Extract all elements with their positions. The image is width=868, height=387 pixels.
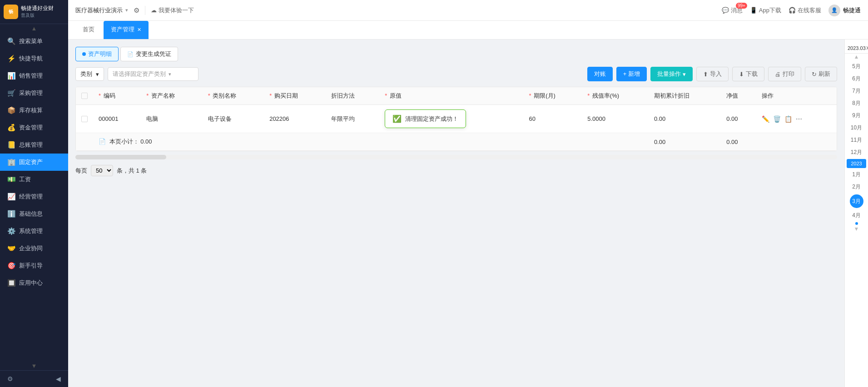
month-item-5[interactable]: 5月 xyxy=(848,61,865,72)
sidebar-item-fixed[interactable]: 🏢 固定资产 xyxy=(0,154,68,171)
per-page-label: 每页 xyxy=(75,167,87,175)
month-item-12[interactable]: 12月 xyxy=(848,147,865,158)
topbar: 医疗器械行业演示 ▾ ⚙ ☁ 我要体验一下 💬 消息 99+ 📱 App下载 🎧… xyxy=(68,0,868,21)
subtab-change-voucher[interactable]: 📄 变更生成凭证 xyxy=(120,47,178,61)
sidebar-label-system: 系统管理 xyxy=(19,227,43,235)
per-page-select[interactable]: 50 xyxy=(91,165,113,176)
sidebar-item-operation[interactable]: 📈 经营管理 xyxy=(0,188,68,205)
header-category: * 类别名称 xyxy=(203,87,264,105)
sidebar-item-quicknav[interactable]: ⚡ 快捷导航 xyxy=(0,50,68,67)
sidebar-item-collab[interactable]: 🤝 企业协同 xyxy=(0,240,68,257)
sidebar-item-sales[interactable]: 📊 销售管理 xyxy=(0,67,68,84)
tab-active-label: 资产管理 xyxy=(111,25,134,34)
sidebar-scroll-up[interactable]: ▲ xyxy=(0,24,68,33)
sidebar-item-search[interactable]: 🔍 搜索菜单 xyxy=(0,33,68,50)
select-all-checkbox[interactable] xyxy=(81,93,88,99)
collab-icon: 🤝 xyxy=(7,244,15,253)
reconcile-button[interactable]: 对账 xyxy=(587,67,613,81)
month-item-7[interactable]: 7月 xyxy=(848,85,865,97)
system-icon: ⚙️ xyxy=(7,227,15,235)
online-service-btn[interactable]: 🎧 在线客服 xyxy=(789,6,821,15)
subtab-asset-detail[interactable]: 资产明细 xyxy=(75,47,119,61)
sidebar-item-basic[interactable]: ℹ️ 基础信息 xyxy=(0,205,68,223)
new-label: + 新增 xyxy=(623,70,640,78)
row-initial-accum: 0.00 xyxy=(649,105,721,133)
sidebar-item-ledger[interactable]: 📒 总账管理 xyxy=(0,136,68,154)
month-item-9[interactable]: 9月 xyxy=(848,110,865,121)
print-button[interactable]: 🖨 打印 xyxy=(768,67,801,81)
month-item-11[interactable]: 11月 xyxy=(848,134,865,146)
month-item-8[interactable]: 8月 xyxy=(848,98,865,109)
tab-home[interactable]: 首页 xyxy=(75,21,102,39)
header-depreciation-label: 折旧方法 xyxy=(331,92,355,99)
export-button[interactable]: ⬆ 导入 xyxy=(696,67,729,81)
row-depreciation: 年限平均 xyxy=(326,105,380,133)
header-net-value-label: 净值 xyxy=(726,92,738,99)
subtotal-actions xyxy=(756,133,837,151)
category-placeholder: 请选择固定资产类别 xyxy=(113,70,166,78)
copy-icon[interactable]: 📋 xyxy=(784,115,792,123)
category-input[interactable]: 请选择固定资产类别 ▾ xyxy=(108,67,198,81)
company-selector[interactable]: 医疗器械行业演示 ▾ xyxy=(75,6,128,15)
topbar-settings-icon[interactable]: ⚙ xyxy=(134,6,139,15)
tab-close-icon[interactable]: ✕ xyxy=(137,27,141,33)
new-button[interactable]: + 新增 xyxy=(616,67,647,81)
service-label: 在线客服 xyxy=(798,6,821,15)
more-icon[interactable]: ⋯ xyxy=(796,115,802,123)
page-content: 资产明细 📄 变更生成凭证 类别 ▾ 请选择固定资产类别 ▾ xyxy=(68,40,844,387)
user-menu[interactable]: 👤 畅捷通 xyxy=(828,5,861,16)
delete-icon[interactable]: 🗑️ xyxy=(773,115,781,123)
edit-icon[interactable]: ✏️ xyxy=(762,115,769,123)
purchase-icon: 🛒 xyxy=(7,89,15,97)
subtotal-initial-accum-value: 0.00 xyxy=(654,139,665,145)
app-download-btn[interactable]: 📱 App下载 xyxy=(750,6,781,15)
download-icon: 📱 xyxy=(750,7,757,14)
row-checkbox[interactable] xyxy=(81,116,88,122)
panel-year-label: 2023.03 xyxy=(848,45,866,51)
collapse-icon[interactable]: ◀ xyxy=(56,375,61,382)
panel-scroll-down-icon[interactable]: ▼ xyxy=(854,226,859,232)
panel-scroll-up-icon[interactable]: ▲ xyxy=(854,54,859,60)
company-name: 医疗器械行业演示 xyxy=(75,6,123,15)
month-item-3-current[interactable]: 3月 xyxy=(850,194,863,208)
category-filter[interactable]: 类别 ▾ xyxy=(75,67,104,81)
refresh-button[interactable]: ↻ 刷新 xyxy=(805,67,837,81)
month-item-6[interactable]: 6月 xyxy=(848,73,865,84)
batch-button[interactable]: 批量操作 ▾ xyxy=(650,67,693,81)
net-value-value: 0.00 xyxy=(726,115,738,122)
sidebar-label-basic: 基础信息 xyxy=(19,210,43,218)
success-check-icon: ✅ xyxy=(392,114,402,123)
sidebar-item-purchase[interactable]: 🛒 采购管理 xyxy=(0,84,68,102)
sidebar-label-collab: 企业协同 xyxy=(19,244,43,253)
sidebar-item-capital[interactable]: 💰 资金管理 xyxy=(0,119,68,136)
settings-bottom-icon[interactable]: ⚙ xyxy=(7,375,13,382)
download-button[interactable]: ⬇ 下载 xyxy=(732,67,764,81)
panel-close-icon[interactable]: ✕ xyxy=(866,45,868,51)
month-item-10[interactable]: 10月 xyxy=(848,122,865,134)
horizontal-scrollbar[interactable] xyxy=(75,155,837,159)
header-period-label: 期限(月) xyxy=(534,92,556,99)
month-item-2[interactable]: 2月 xyxy=(848,181,865,193)
category-label: 类别 xyxy=(80,70,92,78)
sidebar-label-sales: 销售管理 xyxy=(19,72,43,80)
header-name: * 资产名称 xyxy=(141,87,202,105)
sidebar-label-appstore: 应用中心 xyxy=(19,279,43,287)
tab-asset-management[interactable]: 资产管理 ✕ xyxy=(104,21,149,39)
header-net-value: 净值 xyxy=(721,87,756,105)
sidebar-label-capital: 资金管理 xyxy=(19,124,43,132)
sidebar-item-system[interactable]: ⚙️ 系统管理 xyxy=(0,223,68,240)
sidebar-item-guide[interactable]: 🎯 新手引导 xyxy=(0,257,68,274)
message-btn[interactable]: 💬 消息 99+ xyxy=(722,6,743,15)
month-item-4[interactable]: 4月 xyxy=(848,210,865,221)
sidebar-item-inventory[interactable]: 📦 库存核算 xyxy=(0,102,68,119)
export-icon: ⬆ xyxy=(703,71,708,78)
sidebar-item-appstore[interactable]: 🔲 应用中心 xyxy=(0,274,68,292)
month-item-1[interactable]: 1月 xyxy=(848,169,865,180)
row-code: 000001 xyxy=(93,105,141,133)
experience-btn[interactable]: ☁ 我要体验一下 xyxy=(151,6,194,15)
sidebar-scroll-down[interactable]: ▼ xyxy=(0,362,68,370)
sidebar-label-ledger: 总账管理 xyxy=(19,141,43,149)
print-icon: 🖨 xyxy=(775,71,781,78)
scrollbar-thumb[interactable] xyxy=(75,155,166,159)
sidebar-item-salary[interactable]: 💵 工资 xyxy=(0,171,68,188)
